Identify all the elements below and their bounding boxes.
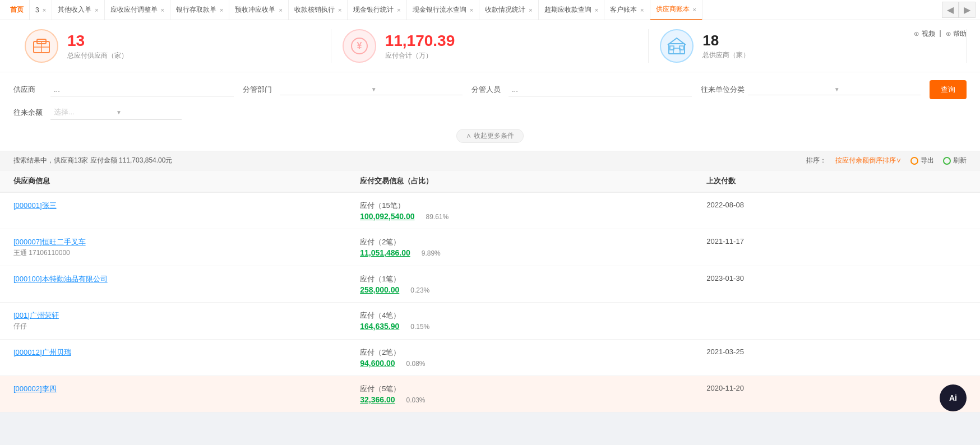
balance-select[interactable]: 选择... ▼ (50, 105, 182, 120)
last-pay-cell: 2023-01-30 (706, 274, 967, 282)
close-icon[interactable]: × (470, 7, 473, 13)
nav-tab-bank-label: 银行存取款单 (176, 5, 216, 15)
ai-button[interactable]: Ai (940, 384, 967, 411)
sort-label: 排序： (806, 156, 826, 165)
nav-tab-cash-flow[interactable]: 现金银行流水查询 × (407, 0, 479, 20)
total-suppliers-count: 18 (702, 32, 750, 49)
close-icon[interactable]: × (161, 7, 164, 13)
supplier-info-cell: [000002]李四 (13, 384, 360, 394)
divider: | (940, 29, 941, 39)
nav-tab-other-income[interactable]: 其他收入单 × (52, 0, 104, 20)
supplier-link[interactable]: [000012]广州贝瑞 (13, 348, 71, 356)
refresh-button[interactable]: 刷新 (943, 156, 967, 165)
close-icon[interactable]: × (43, 7, 46, 13)
nav-prev-arrow[interactable]: ◀ (942, 2, 959, 18)
result-bar: 搜索结果中，供应商13家 应付金额 111,703,854.00元 排序： 按应… (0, 151, 980, 170)
nav-tab-collection-stat[interactable]: 收款情况统计 × (479, 0, 538, 20)
collapse-button[interactable]: ∧ 收起更多条件 (456, 129, 523, 143)
dept-select[interactable]: ▼ (280, 84, 463, 95)
summary-bar: 13 总应付供应商（家） ¥ 11,170.39 应付合计（万） (0, 20, 980, 72)
payable-amount[interactable]: 94,600.00 (360, 359, 395, 368)
close-icon[interactable]: × (640, 7, 644, 13)
payable-amount[interactable]: 100,092,540.00 (360, 212, 414, 221)
nav-next-arrow[interactable]: ▶ (959, 2, 976, 18)
filter-row-1: 供应商 分管部门 ▼ 分管人员 往来单位分类 ▼ 查询 (13, 80, 967, 99)
payable-label: 应付（2笔） (360, 237, 706, 247)
col-header-supplier: 供应商信息 (13, 176, 360, 186)
result-summary-text: 搜索结果中，供应商13家 应付金额 111,703,854.00元 (13, 156, 172, 165)
nav-tab-home[interactable]: 首页 (4, 0, 30, 20)
export-icon (910, 157, 918, 165)
chevron-down-icon-2: ▼ (834, 86, 917, 92)
nav-tab-bank[interactable]: 银行存取款单 × (170, 0, 229, 20)
nav-tab-supplier-ledger[interactable]: 供应商账本 × (650, 0, 702, 20)
video-link[interactable]: ⊙ 视频 (914, 29, 935, 39)
supplier-icon (25, 29, 58, 63)
payable-pct: 9.89% (422, 249, 441, 257)
refresh-icon (943, 157, 951, 165)
close-icon[interactable]: × (279, 7, 282, 13)
close-icon[interactable]: × (95, 7, 98, 13)
export-button[interactable]: 导出 (910, 156, 934, 165)
ai-label: Ai (949, 393, 957, 402)
result-bar-actions: 排序： 按应付余额倒序排序∨ 导出 刷新 (806, 156, 967, 165)
payable-info-cell: 应付（4笔） 164,635.90 0.15% (360, 310, 706, 331)
nav-tab-collection[interactable]: 收款核销执行 × (289, 0, 348, 20)
category-label: 往来单位分类 (701, 85, 745, 95)
svg-rect-7 (673, 48, 680, 54)
table-row: [000100]本特勤油品有限公司 应付（1笔） 258,000.00 0.23… (0, 266, 980, 303)
balance-label: 往来余额 (13, 108, 47, 118)
payable-label: 应付（15笔） (360, 201, 706, 211)
chevron-down-icon-3: ▼ (116, 109, 178, 115)
person-label: 分管人员 (471, 85, 505, 95)
sort-value[interactable]: 按应付余额倒序排序∨ (835, 156, 902, 165)
payable-row: 100,092,540.00 89.61% (360, 211, 706, 221)
supplier-link[interactable]: [000001]张三 (13, 201, 57, 210)
payable-info-cell: 应付（15笔） 100,092,540.00 89.61% (360, 201, 706, 221)
filter-supplier: 供应商 (13, 83, 234, 96)
payable-amount[interactable]: 164,635.90 (360, 322, 399, 331)
supplier-link[interactable]: [000100]本特勤油品有限公司 (13, 275, 108, 283)
payable-label: 应付（2笔） (360, 347, 706, 358)
summary-item-payable-suppliers: 13 总应付供应商（家） (13, 29, 331, 63)
top-right-links: ⊙ 视频 | ⊙ 帮助 (914, 29, 967, 39)
nav-tab-3[interactable]: 3 × (30, 0, 52, 20)
supplier-sub-info: 仔仔 (13, 322, 360, 331)
total-suppliers-label: 总供应商（家） (702, 50, 750, 60)
supplier-input[interactable] (50, 83, 234, 96)
nav-tab-prepay-label: 预收冲应收单 (235, 5, 275, 15)
last-pay-cell: 2022-08-08 (706, 201, 967, 209)
nav-tab-home-label: 首页 (10, 5, 24, 15)
person-input[interactable] (509, 83, 692, 96)
filter-category: 往来单位分类 ▼ (701, 84, 921, 95)
close-icon[interactable]: × (338, 7, 341, 13)
supplier-link[interactable]: [001]广州荣轩 (13, 311, 59, 319)
query-button[interactable]: 查询 (930, 80, 967, 99)
payable-pct: 89.61% (426, 213, 449, 221)
category-select[interactable]: ▼ (748, 84, 921, 95)
help-link[interactable]: ⊙ 帮助 (946, 29, 967, 39)
collapse-button-area: ∧ 收起更多条件 (13, 126, 967, 143)
nav-tab-customer-ledger[interactable]: 客户账本 × (604, 0, 650, 20)
nav-tab-prepay[interactable]: 预收冲应收单 × (229, 0, 288, 20)
dept-label: 分管部门 (243, 85, 276, 95)
nav-tab-adjustment[interactable]: 应收应付调整单 × (105, 0, 170, 20)
close-icon[interactable]: × (220, 7, 223, 13)
supplier-link[interactable]: [000002]李四 (13, 384, 57, 393)
nav-tab-overdue[interactable]: 超期应收款查询 × (539, 0, 604, 20)
close-icon[interactable]: × (397, 7, 400, 13)
payable-amount[interactable]: 11,051,486.00 (360, 248, 410, 257)
payable-amount[interactable]: 32,366.00 (360, 395, 395, 404)
table-row: [000001]张三 应付（15笔） 100,092,540.00 89.61%… (0, 193, 980, 229)
table-row: [001]广州荣轩 仔仔 应付（4笔） 164,635.90 0.15% (0, 303, 980, 340)
money-svg-icon: ¥ (349, 36, 369, 56)
supplier-link[interactable]: [000007]恒旺二手叉车 (13, 238, 86, 246)
close-icon[interactable]: × (595, 7, 598, 13)
nav-tab-cash-stat[interactable]: 现金银行统计 × (348, 0, 406, 20)
close-icon[interactable]: × (529, 7, 532, 13)
filter-person: 分管人员 (471, 83, 692, 96)
close-icon[interactable]: × (693, 6, 696, 13)
payable-pct: 0.23% (410, 286, 429, 294)
payable-amount[interactable]: 258,000.00 (360, 285, 399, 294)
nav-tab-other-income-label: 其他收入单 (58, 5, 91, 15)
